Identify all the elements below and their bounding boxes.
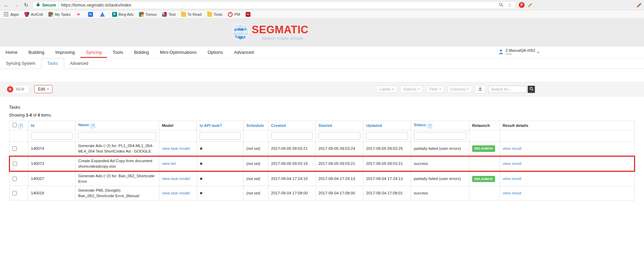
- view-list-link[interactable]: view list: [162, 161, 176, 166]
- cell-model: view list: [159, 156, 197, 171]
- cell-select: [10, 171, 28, 186]
- bookmark-my-tasks[interactable]: My Tasks: [48, 12, 71, 17]
- row-checkbox[interactable]: [12, 191, 17, 195]
- cell-status: success: [411, 186, 469, 201]
- bookmark-test[interactable]: Test: [162, 12, 175, 17]
- bookmark-calendar[interactable]: [88, 12, 95, 17]
- user-menu[interactable]: Z-ManualQA-#062 #280 ▾: [498, 47, 540, 58]
- view-result-link[interactable]: view result: [503, 146, 521, 151]
- header-model: Model: [159, 121, 197, 130]
- bookmark-star-icon[interactable]: ☆: [507, 2, 512, 8]
- summary-range: 1-4: [26, 113, 32, 118]
- zoom-icon[interactable]: [499, 2, 503, 8]
- header-created[interactable]: Created: [268, 121, 316, 130]
- help-icon[interactable]: ?: [428, 124, 432, 128]
- nav-advanced[interactable]: Advanced: [229, 47, 259, 58]
- view-task-model-link[interactable]: view task model: [162, 146, 190, 151]
- header-result-details: Result details: [500, 121, 635, 130]
- new-button[interactable]: + NEW: [5, 85, 30, 94]
- nav-options[interactable]: Options: [202, 47, 229, 58]
- filter-status-input[interactable]: [414, 132, 466, 140]
- header-started[interactable]: Started: [316, 121, 363, 130]
- back-icon[interactable]: ←: [3, 2, 10, 8]
- bookmarks-bar: Apps ActColl My Tasks Bing Ads Tomus Tes…: [0, 10, 644, 19]
- bookmark-bing-ads[interactable]: Bing Ads: [112, 12, 133, 17]
- search-input[interactable]: [488, 86, 527, 93]
- bookmark-tomus[interactable]: Tomus: [139, 12, 156, 17]
- help-icon[interactable]: ?: [19, 124, 23, 128]
- edit-dropdown-button[interactable]: Edit ▾: [34, 85, 52, 93]
- bookmark-analytics[interactable]: [100, 12, 107, 17]
- row-checkbox[interactable]: [12, 146, 17, 151]
- header-status[interactable]: Status?: [411, 121, 469, 130]
- bookmark-tc[interactable]: [246, 12, 252, 17]
- view-task-model-link[interactable]: view task model: [162, 191, 190, 195]
- labels-dropdown-button[interactable]: Labels ▾: [376, 85, 397, 93]
- select-all-checkbox[interactable]: [12, 123, 17, 127]
- bookmark-label: To Read: [188, 12, 202, 16]
- filter-started-input[interactable]: [318, 132, 360, 140]
- nav-tools[interactable]: Tools: [107, 47, 128, 58]
- header-updated[interactable]: Updated: [363, 121, 411, 130]
- refresh-icon[interactable]: ↻: [23, 2, 30, 8]
- view-result-link[interactable]: view result: [503, 191, 521, 195]
- cell-schedule: (not set): [244, 156, 268, 171]
- cell-created: 2017-09-05 09:03:21: [268, 142, 316, 156]
- view-result-link[interactable]: view result: [503, 161, 521, 166]
- tab-syncing-system[interactable]: Syncing System: [0, 58, 41, 69]
- filter-cell: [268, 130, 316, 142]
- nav-home[interactable]: Home: [0, 47, 23, 58]
- nav-mini-optimisations[interactable]: Mini-Optimisations: [154, 47, 202, 58]
- export-button[interactable]: [475, 85, 485, 93]
- view-task-model-link[interactable]: view task model: [162, 177, 190, 181]
- nav-syncing[interactable]: Syncing: [80, 47, 107, 58]
- bookmark-tools[interactable]: Tools: [207, 12, 223, 17]
- cell-created: 2017-09-04 17:08:00: [268, 186, 316, 201]
- bookmark-to-read[interactable]: To Read: [181, 12, 202, 17]
- search-button[interactable]: [528, 86, 535, 93]
- row-checkbox[interactable]: [13, 161, 17, 166]
- filter-id-input[interactable]: [31, 132, 72, 140]
- extension-pencil-icon[interactable]: [528, 2, 533, 8]
- relaunch-button[interactable]: RELAUNCH: [472, 176, 495, 182]
- header-is-api-task[interactable]: Is API task?: [197, 121, 244, 130]
- bookmark-label: My Tasks: [55, 12, 71, 16]
- filter-dropdown-button[interactable]: Filter ▾: [426, 85, 444, 93]
- nav-bidding[interactable]: Bidding: [129, 47, 154, 58]
- bookmark-pm[interactable]: PM: [228, 12, 240, 17]
- bookmark-gmail[interactable]: [76, 12, 83, 17]
- cell-select: [10, 156, 28, 171]
- cell-select: [10, 142, 28, 156]
- bookmark-apps[interactable]: Apps: [3, 12, 19, 17]
- filter-updated-input[interactable]: [366, 132, 408, 140]
- columns-dropdown-button[interactable]: Columns ▾: [447, 85, 472, 93]
- extension-p-icon[interactable]: P: [519, 2, 525, 8]
- bookmark-label: ActColl: [31, 12, 43, 16]
- filter-created-input[interactable]: [271, 132, 313, 140]
- tab-advanced[interactable]: Advanced: [64, 58, 94, 69]
- avatar-icon: [498, 49, 504, 56]
- filter-name-input[interactable]: [78, 132, 156, 140]
- tab-tasks[interactable]: Tasks: [41, 58, 64, 69]
- help-icon[interactable]: ?: [91, 124, 95, 128]
- bookmark-actcoll[interactable]: ActColl: [24, 12, 43, 17]
- header-id[interactable]: Id: [28, 121, 75, 130]
- extension-edit-icon[interactable]: [636, 2, 642, 8]
- cell-updated: 2017-09-04 17:08:01: [363, 186, 411, 201]
- header-name[interactable]: Name?: [75, 121, 159, 130]
- nav-building[interactable]: Building: [23, 47, 50, 58]
- table-row: 140074 Generate Ads (~2) for: PL1_054-ML…: [10, 142, 635, 156]
- nav-improving[interactable]: Improving: [50, 47, 80, 58]
- header-schedule[interactable]: Schedule: [244, 121, 268, 130]
- relaunch-button[interactable]: RELAUNCH: [472, 145, 495, 152]
- cell-status: partially failed (user errors): [411, 171, 469, 186]
- address-bar[interactable]: Secure https://tomus.segmatic.io/tasks/i…: [33, 1, 516, 9]
- options-dropdown-button[interactable]: Options ▾: [400, 85, 423, 93]
- segmatic-logo[interactable]: SEGMATIC search made simple: [232, 23, 308, 42]
- forward-icon[interactable]: →: [13, 2, 20, 8]
- row-checkbox[interactable]: [12, 177, 17, 181]
- bookmark-label: Bing Ads: [119, 12, 133, 16]
- cell-is-api-task: ✖: [197, 186, 244, 201]
- view-result-link[interactable]: view result: [503, 177, 521, 181]
- filter-is-api-input[interactable]: [200, 132, 241, 140]
